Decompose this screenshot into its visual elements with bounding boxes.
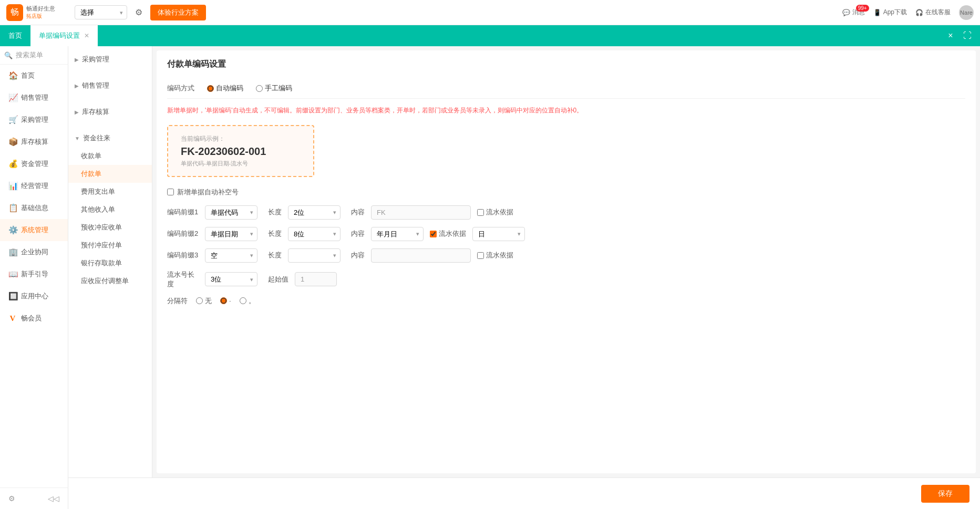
logo-text: 畅通好生意 拓店版 [26,5,55,19]
serial3-checkbox[interactable] [477,252,484,259]
sub-nav-adjust[interactable]: 应收应付调整单 [68,272,152,290]
save-button[interactable]: 保存 [921,485,969,503]
sub-nav-prepay-receivable[interactable]: 预收冲应收单 [68,219,152,236]
content3-label: 内容 [351,251,365,260]
chevron-right-icon: ▶ [75,57,79,63]
sidebar-item-operation[interactable]: 📊 经营管理 [0,175,68,197]
serial2-checkbox[interactable] [430,231,437,237]
separator-none-option[interactable]: 无 [196,296,212,306]
length2-select[interactable]: 8位 [288,227,341,241]
prefix1-select-wrapper[interactable]: 单据代码 [205,205,257,220]
sidebar-item-sales[interactable]: 📈 销售管理 [0,87,68,109]
serial2-checkbox-label[interactable]: 流水依据 [430,229,466,238]
serial1-checkbox[interactable] [477,209,484,216]
expand-tab-button[interactable]: ⛶ [961,29,974,42]
sidebar-item-purchase[interactable]: 🛒 采购管理 [0,109,68,131]
sub-nav-receipt[interactable]: 收款单 [68,147,152,165]
start-label: 起始值 [268,275,288,284]
length2-select-wrapper[interactable]: 8位 [288,227,341,241]
serial2-label: 流水依据 [439,229,466,238]
chevron-down-icon-finance: ▼ [75,136,80,141]
length1-label: 长度 [268,207,282,217]
auto-fill-checkbox[interactable] [167,189,174,195]
sidebar-item-home[interactable]: 🏠 首页 [0,65,68,87]
auto-encoding-option[interactable]: 自动编码 [207,84,243,93]
sub-nav-payment[interactable]: 付款单 [68,165,152,183]
auto-encoding-label: 自动编码 [216,84,243,93]
content3-input[interactable] [371,248,471,263]
sub-nav-prepay-payable[interactable]: 预付冲应付单 [68,236,152,254]
prefix1-select[interactable]: 单据代码 [205,205,257,220]
tab-close-icon[interactable]: ✕ [84,32,89,39]
top-header: 畅 畅通好生意 拓店版 选择 ⚙ 体验行业方案 💬 消息 99+ 📱 App下载 [0,0,980,25]
start-value-input[interactable] [295,272,337,286]
org-select-wrapper[interactable]: 选择 [75,5,127,19]
prefix3-select[interactable]: 空 [205,248,257,263]
sidebar-item-enterprise[interactable]: 🏢 企业协同 [0,241,68,263]
separator-dot-option[interactable]: · [220,297,231,305]
serial-length-select[interactable]: 3位 [205,272,257,286]
collapse-sidebar-button[interactable]: ◁◁ [44,492,64,505]
sub-nav-header-finance[interactable]: ▼ 资金往来 [68,129,152,147]
content2-select[interactable]: 年月日 [371,227,424,241]
sub-nav-group-finance: ▼ 资金往来 收款单 付款单 费用支出单 其他收入单 预收冲应收单 预付冲应付单… [68,125,152,294]
serial1-checkbox-label[interactable]: 流水依据 [477,207,513,217]
sub-nav-header-stock[interactable]: ▶ 库存核算 [68,103,152,121]
manual-encoding-radio[interactable] [256,85,263,92]
settings-button[interactable]: ⚙ [131,5,146,20]
sidebar-item-inventory[interactable]: 📦 库存核算 [0,131,68,153]
sidebar-item-member[interactable]: V 畅会员 [0,307,68,329]
sidebar-item-home-label: 首页 [21,71,35,80]
sales-icon: 📈 [8,93,17,102]
content1-input[interactable] [371,205,471,220]
prefix2-row: 编码前缀2 单据日期 长度 8位 内容 年月日 [167,227,965,241]
purchase-icon: 🛒 [8,115,17,124]
separator-circle-radio[interactable] [240,297,246,304]
prefix2-select-wrapper[interactable]: 单据日期 [205,227,257,241]
length3-select[interactable] [288,248,341,263]
prefix3-select-wrapper[interactable]: 空 [205,248,257,263]
org-select[interactable]: 选择 [75,5,127,19]
length3-select-wrapper[interactable] [288,248,341,263]
sidebar-item-basic[interactable]: 📋 基础信息 [0,197,68,219]
code-preview-desc: 单据代码-单据日期-流水号 [181,160,301,168]
length1-select-wrapper[interactable]: 2位 [288,205,341,220]
content2-select-wrapper[interactable]: 年月日 [371,227,424,241]
auto-encoding-radio[interactable] [207,85,214,92]
settings-bottom-button[interactable]: ⚙ [4,492,19,505]
sidebar-search[interactable]: 🔍 搜索菜单 [0,46,68,65]
serial2-unit-select[interactable]: 日 [472,227,525,241]
sub-nav-header-sales[interactable]: ▶ 销售管理 [68,77,152,95]
sub-nav-expense[interactable]: 费用支出单 [68,183,152,201]
length1-select[interactable]: 2位 [288,205,341,220]
message-button[interactable]: 💬 消息 99+ [842,8,865,17]
tab-encoding[interactable]: 单据编码设置 ✕ [30,25,98,46]
sub-nav-header-purchase[interactable]: ▶ 采购管理 [68,50,152,68]
serial3-checkbox-label[interactable]: 流水依据 [477,251,513,260]
prefix2-select[interactable]: 单据日期 [205,227,257,241]
sidebar-item-apps[interactable]: 🔲 应用中心 [0,285,68,307]
manual-encoding-option[interactable]: 手工编码 [256,84,292,93]
separator-dot-radio[interactable] [220,297,227,304]
minimize-tab-button[interactable]: × [944,29,957,42]
code-preview-box: 当前编码示例： FK-20230602-001 单据代码-单据日期-流水号 [167,125,314,177]
serial1-label: 流水依据 [486,207,513,217]
separator-none-radio[interactable] [196,297,203,304]
serial2-unit-wrapper[interactable]: 日 [472,227,525,241]
user-avatar[interactable]: Nare [959,5,974,20]
sub-nav-bank-deposit[interactable]: 银行存取款单 [68,254,152,272]
sidebar-item-finance-label: 资金管理 [21,159,48,169]
app-download-button[interactable]: 📱 App下载 [873,8,907,17]
sidebar-item-system[interactable]: ⚙️ 系统管理 [0,219,68,241]
separator-circle-option[interactable]: 。 [240,296,255,306]
sidebar-item-finance[interactable]: 💰 资金管理 [0,153,68,175]
serial-length-select-wrapper[interactable]: 3位 [205,272,257,286]
sub-nav-other-income[interactable]: 其他收入单 [68,201,152,219]
sidebar-item-newbie[interactable]: 📖 新手引导 [0,263,68,285]
trial-button[interactable]: 体验行业方案 [150,5,206,20]
online-service-button[interactable]: 🎧 在线客服 [915,8,951,17]
logo-area: 畅 畅通好生意 拓店版 [6,4,69,21]
message-badge: 99+ [856,5,869,12]
search-icon: 🔍 [4,51,13,59]
tab-home[interactable]: 首页 [0,25,30,46]
